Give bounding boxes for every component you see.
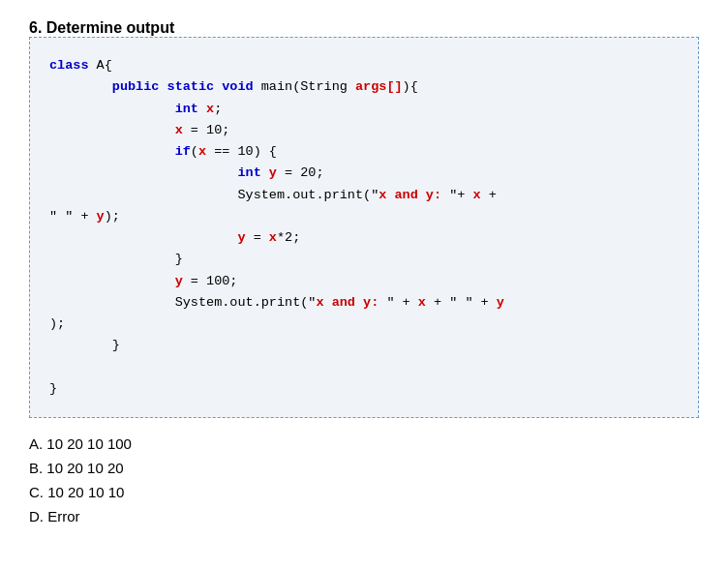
answer-option-a[interactable]: A. 10 20 10 100 bbox=[29, 435, 699, 452]
question-title: 6. Determine output bbox=[29, 19, 699, 37]
answer-option-c[interactable]: C. 10 20 10 10 bbox=[29, 484, 699, 500]
answer-option-d[interactable]: D. Error bbox=[29, 508, 699, 524]
answer-option-b[interactable]: B. 10 20 10 20 bbox=[29, 460, 699, 476]
code-container: class A{ public static void main(String … bbox=[29, 37, 699, 418]
answers-section: A. 10 20 10 100 B. 10 20 10 20 C. 10 20 … bbox=[29, 435, 699, 524]
